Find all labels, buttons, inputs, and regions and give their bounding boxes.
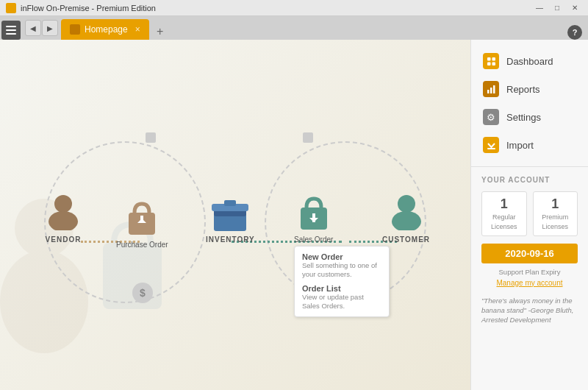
svg-rect-7 <box>140 216 143 223</box>
help-button[interactable]: ? <box>567 25 582 40</box>
app-icon <box>6 3 16 13</box>
svg-rect-18 <box>492 57 495 61</box>
flow-diagram: VENDOR Purchase Order <box>22 82 448 362</box>
customer-icon <box>387 193 426 231</box>
svg-rect-21 <box>487 90 490 93</box>
inventory-label: INVENTORY <box>206 235 255 244</box>
licenses-row: 1 Regular Licenses 1 Premium Licenses <box>481 191 578 236</box>
settings-label: Settings <box>506 112 541 123</box>
sales-order-label: Sales Order <box>294 235 333 244</box>
hamburger-line <box>6 33 16 35</box>
close-button[interactable]: ✕ <box>567 3 582 13</box>
menu-button[interactable] <box>1 21 21 40</box>
svg-rect-23 <box>493 85 495 93</box>
dashboard-icon <box>483 53 499 69</box>
sales-order-node[interactable]: Sales Order <box>294 193 333 244</box>
premium-license-box: 1 Premium Licenses <box>533 191 578 236</box>
top-left-marker <box>146 132 156 143</box>
sidebar-item-reports[interactable]: Reports <box>471 75 588 103</box>
nav-buttons: ◀ ▶ <box>22 16 61 40</box>
tab-icon <box>70 24 80 35</box>
tab-label: Homepage <box>85 24 128 35</box>
sidebar-nav: Dashboard Reports ⚙ Settings <box>471 40 588 167</box>
order-list-item[interactable]: Order List View or update past Sales Ord… <box>302 284 381 311</box>
sidebar-item-dashboard[interactable]: Dashboard <box>471 47 588 75</box>
new-order-desc: Sell something to one of your customers. <box>302 261 381 280</box>
hamburger-line <box>6 29 16 31</box>
manage-account-link[interactable]: Manage my account <box>481 279 578 287</box>
svg-rect-22 <box>490 88 492 93</box>
order-list-desc: View or update past Sales Orders. <box>302 293 381 311</box>
account-title: YOUR ACCOUNT <box>481 176 578 184</box>
title-bar: inFlow On-Premise - Premium Edition — □ … <box>0 0 588 16</box>
dollar-circle[interactable]: $ <box>132 283 153 303</box>
settings-icon: ⚙ <box>483 109 499 125</box>
order-list-title: Order List <box>302 284 381 293</box>
svg-point-15 <box>398 195 415 213</box>
reports-icon <box>483 81 499 97</box>
add-tab-button[interactable]: + <box>152 24 168 40</box>
new-order-title: New Order <box>302 252 381 261</box>
purchase-order-icon <box>123 198 161 236</box>
svg-rect-11 <box>224 200 236 206</box>
tab-bar: ◀ ▶ Homepage × + ? <box>0 16 588 40</box>
expiry-date: 2020-09-16 <box>481 244 578 263</box>
purchase-order-node[interactable]: Purchase Order <box>116 198 168 249</box>
regular-license-count: 1 <box>485 196 523 212</box>
customer-label: CUSTOMER <box>382 235 430 244</box>
main-layout: VENDOR Purchase Order <box>0 40 588 390</box>
support-expiry-label: Support Plan Expiry <box>481 268 578 276</box>
sidebar-item-settings[interactable]: ⚙ Settings <box>471 103 588 131</box>
vendor-icon <box>44 193 82 231</box>
svg-point-3 <box>54 195 72 213</box>
svg-rect-17 <box>487 57 491 61</box>
svg-rect-14 <box>312 213 315 222</box>
sales-order-popup: New Order Sell something to one of your … <box>294 246 390 317</box>
top-right-marker <box>303 132 313 143</box>
import-label: Import <box>506 140 534 151</box>
sidebar-item-import[interactable]: Import <box>471 131 588 159</box>
homepage-tab[interactable]: Homepage × <box>61 19 149 40</box>
svg-rect-24 <box>487 148 495 149</box>
forward-button[interactable]: ▶ <box>42 20 58 36</box>
reports-label: Reports <box>506 84 540 95</box>
back-button[interactable]: ◀ <box>25 20 41 36</box>
premium-license-label: Premium Licenses <box>542 213 568 230</box>
app-title: inFlow On-Premise - Premium Edition <box>21 4 156 13</box>
premium-license-count: 1 <box>537 196 575 212</box>
customer-node[interactable]: CUSTOMER <box>382 193 430 244</box>
import-icon <box>483 137 499 153</box>
new-order-item[interactable]: New Order Sell something to one of your … <box>302 252 381 280</box>
regular-license-box: 1 Regular Licenses <box>481 191 527 236</box>
quote-text: "There's always money in the banana stan… <box>481 296 578 325</box>
svg-rect-19 <box>487 62 491 65</box>
tab-close-button[interactable]: × <box>135 24 140 35</box>
account-section: YOUR ACCOUNT 1 Regular Licenses 1 Premiu… <box>471 167 588 333</box>
svg-point-16 <box>392 211 421 230</box>
purchase-order-label: Purchase Order <box>116 241 168 249</box>
svg-point-4 <box>49 211 78 230</box>
inventory-icon <box>211 193 249 231</box>
content-area: VENDOR Purchase Order <box>0 40 470 390</box>
regular-license-label: Regular Licenses <box>491 213 517 230</box>
vendor-node[interactable]: VENDOR <box>44 193 82 244</box>
sidebar: Dashboard Reports ⚙ Settings <box>470 40 588 390</box>
maximize-button[interactable]: □ <box>550 3 564 13</box>
svg-rect-20 <box>492 62 495 65</box>
flow-container: VENDOR Purchase Order <box>0 54 470 390</box>
vendor-label: VENDOR <box>46 235 82 244</box>
sales-order-icon <box>295 193 333 231</box>
inventory-node[interactable]: INVENTORY <box>206 193 255 244</box>
hamburger-line <box>6 26 16 27</box>
window-controls[interactable]: — □ ✕ <box>532 3 582 13</box>
dashboard-label: Dashboard <box>506 56 553 67</box>
minimize-button[interactable]: — <box>532 3 547 13</box>
